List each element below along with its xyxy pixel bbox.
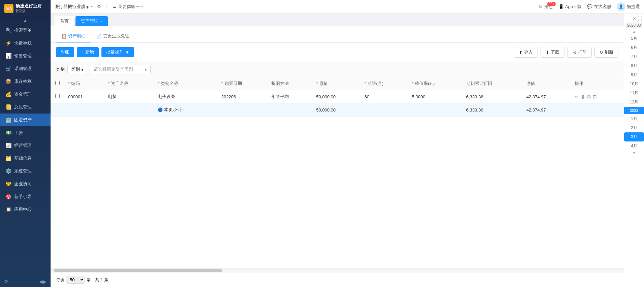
toolbar-right: ⬆ 导入 ⬇ 下载 🖨 打印 ↻ 刷新 xyxy=(514,47,618,58)
panel-expand-icon[interactable]: ⛶ xyxy=(638,16,642,21)
online-service-btn[interactable]: 💬 在线客服 xyxy=(587,4,611,10)
sub-tabs: 📋 资产明细 📄 变更生成凭证 xyxy=(51,26,624,43)
scroll-up-icon[interactable]: ▲ xyxy=(624,29,644,34)
message-btn[interactable]: 🖥 消息 99+ xyxy=(539,4,553,10)
feedback-btn[interactable]: ☁ 我要体验一下 xyxy=(112,4,144,10)
sidebar-item-apps[interactable]: 🔲 应用中心 xyxy=(0,203,51,216)
pagination-bar: 每页 50 10 20 100 条，共 1 条 xyxy=(51,272,624,287)
month-7[interactable]: 7月 xyxy=(624,52,644,61)
general-ledger-icon: 📒 xyxy=(5,104,11,110)
sidebar-item-payroll[interactable]: 💵 工资 xyxy=(0,126,51,139)
subtotal-row: 🔵 本页小计： 50,000.00 6,333.36 42,874.97 xyxy=(51,103,624,117)
basic-info-label: 基础信息 xyxy=(14,155,32,161)
content-wrapper: 首页 资产管理 × 📋 资产明细 📄 变更生成凭证 xyxy=(51,13,644,287)
sidebar-item-system[interactable]: ⚙️ 系统管理 xyxy=(0,165,51,178)
month-5[interactable]: 5月 xyxy=(624,34,644,43)
subtotal-label: 本页小计： xyxy=(164,107,186,112)
basic-info-icon: 🗂️ xyxy=(5,155,11,161)
sidebar-item-operations[interactable]: 📈 经营管理 xyxy=(0,139,51,152)
tab-home[interactable]: 首页 xyxy=(55,16,74,26)
settings-icon[interactable]: ⚙ xyxy=(4,279,8,284)
quick-nav-icon: ⚡ xyxy=(5,40,11,46)
print-btn[interactable]: 🖨 打印 xyxy=(567,47,592,58)
refresh-btn[interactable]: ↻ 刷新 xyxy=(594,47,618,58)
select-all-checkbox[interactable] xyxy=(55,81,60,85)
sidebar-item-purchase[interactable]: 🛒 采购管理 xyxy=(0,62,51,75)
inner-page: 📋 资产明细 📄 变更生成凭证 对账 + 新增 批量操作 ▼ xyxy=(51,26,624,287)
sidebar-item-basic-info[interactable]: 🗂️ 基础信息 xyxy=(0,152,51,165)
month-6[interactable]: 6月 xyxy=(624,43,644,52)
per-page-select[interactable]: 50 10 20 100 xyxy=(66,276,85,284)
month-12[interactable]: 12月 xyxy=(624,98,644,107)
guide-icon: 🎯 xyxy=(5,194,11,200)
month-1[interactable]: 1月 xyxy=(624,114,644,123)
month-11[interactable]: 11月 xyxy=(624,89,644,98)
search-icon: 🔍 xyxy=(5,27,11,33)
sub-tab-voucher[interactable]: 📄 变更生成凭证 xyxy=(91,30,135,42)
month-4[interactable]: 4月 xyxy=(624,141,644,151)
sidebar-item-fixed-assets[interactable]: 🏢 固定资产 xyxy=(0,114,51,126)
sidebar-item-finance[interactable]: 💰 资金管理 xyxy=(0,88,51,101)
batch-btn[interactable]: 批量操作 ▼ xyxy=(101,47,134,57)
topbar-right: 🖥 消息 99+ 📱 App下载 💬 在线客服 👤 畅捷通 xyxy=(539,2,640,11)
sidebar-item-inventory[interactable]: 📦 库存核算 xyxy=(0,75,51,88)
tab-close-icon[interactable]: × xyxy=(100,19,102,23)
avatar: 👤 xyxy=(617,2,625,11)
sidebar-item-sales[interactable]: 📊 销售管理 xyxy=(0,50,51,62)
sidebar-scroll-up[interactable]: ▲ xyxy=(0,17,51,24)
collapse-icon[interactable]: ◀▶ xyxy=(39,279,47,284)
sidebar-item-enterprise[interactable]: 🤝 企业协同 xyxy=(0,178,51,190)
scroll-down-icon[interactable]: ▼ xyxy=(624,151,644,155)
th-action: 操作 xyxy=(571,77,624,90)
sidebar-bottom: ⚙ ◀▶ xyxy=(0,276,51,287)
month-10[interactable]: 10月 xyxy=(624,79,644,89)
category-select-arrow: ▾ xyxy=(81,67,84,72)
sub-tab-asset-detail[interactable]: 📋 资产明细 xyxy=(56,30,91,42)
more-icon[interactable]: ⊡ xyxy=(593,94,597,99)
td-accumulated: 6,333.36 xyxy=(462,90,522,103)
row-checkbox[interactable] xyxy=(55,94,60,98)
tab-assets[interactable]: 资产管理 × xyxy=(75,16,108,26)
month-2[interactable]: 2月 xyxy=(624,123,644,132)
td-original-value: 50,000.00 xyxy=(312,90,360,103)
app-download-btn[interactable]: 📱 App下载 xyxy=(558,4,582,10)
topbar: 医疗器械行业演示 ▾ ⚙ ☁ 我要体验一下 🖥 消息 99+ 📱 App下载 💬… xyxy=(51,0,644,13)
enterprise-icon: 🤝 xyxy=(5,181,11,187)
payroll-icon: 💵 xyxy=(5,130,11,136)
sidebar-item-guide[interactable]: 🎯 新手引导 xyxy=(0,190,51,203)
settings-icon[interactable]: ⚙ xyxy=(97,4,101,10)
panel-close-icon[interactable]: ✕ xyxy=(633,16,636,21)
sidebar-item-general-ledger[interactable]: 📒 总账管理 xyxy=(0,101,51,114)
user-btn[interactable]: 👤 畅捷通 xyxy=(617,2,640,11)
inventory-icon: 📦 xyxy=(5,78,11,85)
download-btn[interactable]: ⬇ 下载 xyxy=(541,47,564,58)
new-btn[interactable]: + 新增 xyxy=(77,47,99,57)
category-select[interactable]: 类别 ▾ xyxy=(67,65,87,74)
td-name: 电脑 xyxy=(104,90,154,103)
inventory-label: 库存核算 xyxy=(14,78,32,85)
company-arrow-icon: ▾ xyxy=(91,5,93,8)
fixed-assets-icon: 🏢 xyxy=(5,117,11,123)
sidebar-item-search[interactable]: 🔍 搜索菜单 xyxy=(0,24,51,37)
copy-icon[interactable]: ⧉ xyxy=(587,94,591,100)
asset-category-select[interactable]: 请选择固定资产类别 ▾ xyxy=(90,65,151,74)
month-9[interactable]: 9月 xyxy=(624,70,644,79)
apps-icon: 🔲 xyxy=(5,206,11,213)
delete-icon[interactable]: 🗑 xyxy=(581,94,585,99)
account-btn[interactable]: 对账 xyxy=(56,47,74,57)
sidebar-item-quick-nav[interactable]: ⚡ 快捷导航 xyxy=(0,37,51,50)
finance-icon: 💰 xyxy=(5,91,11,97)
app-download-label: App下载 xyxy=(565,4,582,10)
import-btn[interactable]: ⬆ 导入 xyxy=(514,47,538,58)
table-scrollbar[interactable] xyxy=(51,268,624,272)
th-depreciation: 折旧方法 xyxy=(267,77,312,90)
company-selector[interactable]: 医疗器械行业演示 ▾ xyxy=(55,4,93,10)
purchase-icon: 🛒 xyxy=(5,66,11,72)
page-content: 首页 资产管理 × 📋 资产明细 📄 变更生成凭证 xyxy=(51,13,624,287)
asset-category-placeholder: 请选择固定资产类别 xyxy=(94,66,133,72)
month-8[interactable]: 8月 xyxy=(624,61,644,70)
th-code: 编码 xyxy=(64,77,104,90)
operations-label: 经营管理 xyxy=(14,142,32,149)
edit-icon[interactable]: ✏ xyxy=(575,94,579,99)
month-3[interactable]: 3月 xyxy=(624,132,644,141)
